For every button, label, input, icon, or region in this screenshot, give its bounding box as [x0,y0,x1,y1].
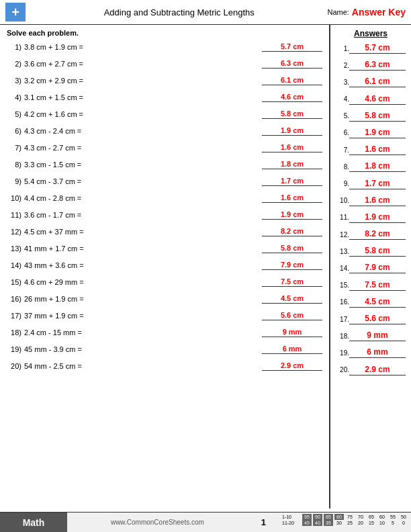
score-val-40: 40 [313,520,322,526]
answer-key-value: 5.6 cm [349,314,406,324]
answer-key-value: 4.5 cm [349,297,406,308]
problem-answer: 1.7 cm [262,177,322,186]
problem-answer: 4.5 cm [262,294,322,304]
score-val-65: 65 [367,514,376,520]
problem-text: 3.2 cm + 2.9 cm = [21,77,262,85]
name-label: Name: [327,8,349,16]
answer-key-value: 8.2 cm [349,229,406,240]
problem-text: 37 mm + 1.9 cm = [21,312,262,320]
score-val-35: 35 [324,520,333,526]
answer-key-value: 9 mm [349,330,406,341]
score-val-45: 45 [302,520,312,526]
worksheet-title: Adding and Subtracting Metric Lengths [31,7,327,17]
answer-key-row: 10.1.6 cm [336,193,406,208]
problems-section: Solve each problem. 1)3.8 cm + 1.9 cm =5… [0,25,330,508]
problem-number: 2) [7,60,21,68]
answer-key-value: 1.9 cm [349,128,406,138]
answer-key-value: 1.8 cm [349,161,406,172]
problem-row: 8)3.3 cm - 1.5 cm =1.8 cm [7,157,322,172]
answer-key-number: 4. [336,95,349,103]
problem-row: 17)37 mm + 1.9 cm =5.6 cm [7,308,322,323]
problem-row: 3)3.2 cm + 2.9 cm =6.1 cm [7,73,322,88]
problem-text: 3.1 cm + 1.5 cm = [21,93,262,101]
answer-key-row: 5.5.8 cm [336,109,406,124]
problem-number: 7) [7,144,21,152]
problem-number: 4) [7,93,21,101]
problem-answer: 6.1 cm [262,76,322,85]
answer-key-number: 7. [336,146,349,154]
answer-key-row: 17.5.6 cm [336,312,406,326]
problem-text: 4.2 cm + 1.6 cm = [21,110,262,118]
footer-page-number: 1 [248,513,279,532]
score-val-30: 30 [334,520,344,526]
answer-key-row: 15.7.5 cm [336,278,406,293]
answer-key-value: 6 mm [349,347,406,358]
problem-number: 12) [7,228,21,236]
answer-key-number: 1. [336,45,349,52]
problem-number: 17) [7,312,21,320]
problem-number: 8) [7,161,21,169]
problem-number: 9) [7,177,21,185]
score-val-50: 50 [399,514,408,520]
score-val-25: 25 [345,520,355,526]
answer-key-value: 7.9 cm [349,263,406,273]
answer-key-row: 14.7.9 cm [336,261,406,275]
answers-section-header: Answers [336,29,406,38]
problem-answer: 6 mm [262,345,322,354]
problem-text: 43 mm + 3.6 cm = [21,261,262,269]
solve-header: Solve each problem. [7,29,322,37]
problem-answer: 2.9 cm [262,361,322,371]
problem-answer: 9 mm [262,328,322,337]
answer-key-value: 1.6 cm [349,144,406,155]
problem-row: 7)4.3 cm - 2.7 cm =1.6 cm [7,140,322,155]
answer-key-number: 14. [336,265,349,272]
problem-number: 13) [7,245,21,253]
problem-number: 20) [7,362,21,370]
score-val-0: 0 [399,520,408,526]
answer-key-value: 2.9 cm [349,365,406,375]
score-val-85: 85 [324,514,333,520]
problem-row: 19)45 mm - 3.9 cm =6 mm [7,342,322,357]
answer-key-row: 4.4.6 cm [336,92,406,107]
problem-number: 18) [7,328,21,337]
problem-answer: 5.8 cm [262,244,322,253]
problem-text: 2.4 cm - 15 mm = [21,328,262,337]
answer-key-number: 15. [336,281,349,289]
answer-key-value: 4.6 cm [349,94,406,105]
problem-answer: 5.7 cm [262,42,322,52]
answer-key-value: 6.3 cm [349,60,406,71]
answer-key-number: 8. [336,163,349,171]
answer-key-number: 11. [336,214,349,221]
problem-text: 4.6 cm + 29 mm = [21,278,262,286]
answer-key-row: 20.2.9 cm [336,363,406,378]
problem-text: 3.8 cm + 1.9 cm = [21,43,262,51]
problem-answer: 1.6 cm [262,143,322,152]
problem-row: 5)4.2 cm + 1.6 cm =5.8 cm [7,107,322,122]
problem-number: 16) [7,295,21,303]
header: + Adding and Subtracting Metric Lengths … [0,0,411,25]
problem-answer: 8.2 cm [262,227,322,236]
answer-key-number: 12. [336,231,349,238]
problem-row: 1)3.8 cm + 1.9 cm =5.7 cm [7,40,322,54]
score-val-60: 60 [377,514,387,520]
problem-answer: 5.8 cm [262,109,322,119]
problem-row: 20)54 mm - 2.5 cm =2.9 cm [7,359,322,373]
footer: Math www.CommonCoreSheets.com 1 1-10 95 … [0,512,411,532]
answer-key-row: 11.1.9 cm [336,210,406,225]
problem-number: 5) [7,110,21,118]
problem-number: 1) [7,43,21,51]
footer-website: www.CommonCoreSheets.com [67,513,248,532]
problem-answer: 7.9 cm [262,261,322,270]
problem-number: 10) [7,194,21,202]
answer-key-value: 5.8 cm [349,246,406,257]
problem-row: 13)41 mm + 1.7 cm =5.8 cm [7,241,322,256]
problem-text: 4.3 cm - 2.7 cm = [21,144,262,152]
problem-answer: 5.6 cm [262,311,322,320]
answer-key-number: 6. [336,129,349,136]
answer-key-value: 1.6 cm [349,195,406,206]
problem-row: 15)4.6 cm + 29 mm =7.5 cm [7,275,322,290]
problem-row: 4)3.1 cm + 1.5 cm =4.6 cm [7,90,322,105]
answer-key-row: 6.1.9 cm [336,126,406,140]
score-row-1: 1-10 95 90 85 80 75 70 65 60 55 50 [282,514,408,520]
answer-key-number: 10. [336,197,349,204]
